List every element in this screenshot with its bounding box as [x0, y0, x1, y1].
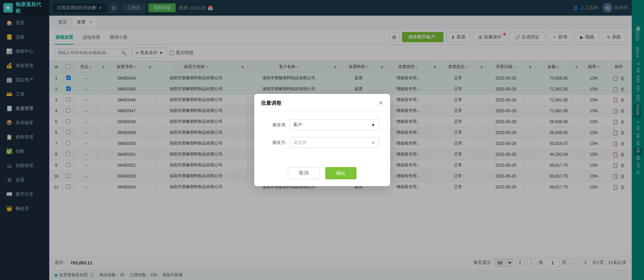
modal-value-placeholder: 请选择: [293, 139, 307, 146]
modal-field-arrow-icon: ▼: [371, 122, 376, 128]
batch-adjust-modal: 批量调整 ✕ 修改项 客户 ▼ 修改为 请选择 ▼ 取消 确认: [254, 94, 390, 186]
modal-field-row: 修改项 客户 ▼: [265, 119, 379, 130]
modal-value-select[interactable]: 请选择 ▼: [290, 137, 379, 148]
modal-footer: 取消 确认: [254, 163, 390, 186]
modal-field-label: 修改项: [265, 122, 285, 128]
modal-field-select[interactable]: 客户 ▼: [290, 119, 379, 130]
modal-body: 修改项 客户 ▼ 修改为 请选择 ▼: [254, 111, 390, 163]
modal-field-value: 客户: [293, 122, 302, 128]
modal-header: 批量调整 ✕: [254, 94, 390, 111]
modal-overlay[interactable]: 批量调整 ✕ 修改项 客户 ▼ 修改为 请选择 ▼ 取消 确认: [0, 0, 644, 280]
modal-close-button[interactable]: ✕: [378, 99, 383, 107]
modal-cancel-button[interactable]: 取消: [288, 167, 320, 179]
modal-value-arrow-icon: ▼: [371, 140, 376, 145]
modal-title: 批量调整: [261, 100, 281, 106]
modal-confirm-button[interactable]: 确认: [325, 167, 356, 179]
modal-value-label: 修改为: [265, 139, 285, 146]
modal-value-row: 修改为 请选择 ▼: [265, 137, 379, 148]
